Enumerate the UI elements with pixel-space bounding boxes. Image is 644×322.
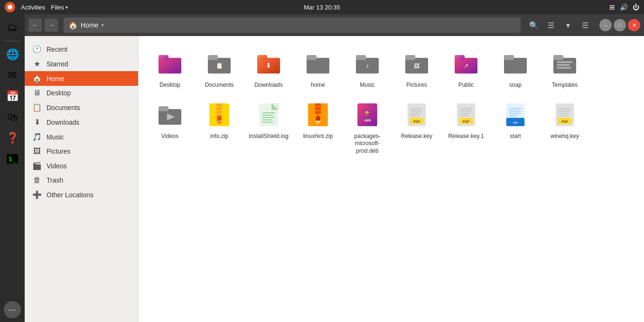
titlebar-actions: 🔍 ☰ ▾ ☰ xyxy=(526,18,593,32)
back-icon: ← xyxy=(32,21,38,29)
hamburger-menu-button[interactable]: ☰ xyxy=(578,18,593,32)
content-area: 🕐 Recent ★ Starred 🏠 Home 🖥 Desktop 📋 xyxy=(25,36,644,322)
folder-videos-icon xyxy=(155,100,185,130)
files-menu-chevron: ▾ xyxy=(65,5,68,10)
close-button[interactable]: ✕ xyxy=(628,19,640,31)
svg-text:↗: ↗ xyxy=(464,63,468,69)
forward-button[interactable]: → xyxy=(45,18,58,32)
svg-text:🖼: 🖼 xyxy=(414,63,420,69)
sidebar-item-videos[interactable]: 🎬 Videos xyxy=(25,158,138,173)
sidebar-item-music[interactable]: 🎵 Music xyxy=(25,129,138,144)
file-item-snap[interactable]: snap xyxy=(492,44,539,93)
downloads-icon: ⬇ xyxy=(32,118,42,127)
file-item-downloads[interactable]: ⬇ Downloads xyxy=(245,44,292,93)
home-nav-icon: 🏠 xyxy=(32,74,42,83)
svg-rect-23 xyxy=(557,62,573,63)
file-name-packages-deb: packages-microsoft-prod.deb xyxy=(346,133,388,155)
network-icon[interactable]: ⊞ xyxy=(609,3,615,11)
file-item-release-key-1[interactable]: PGP Release.key.1 xyxy=(442,95,490,159)
file-name-info-zip: info.zip xyxy=(210,133,228,140)
dock-item-calendar[interactable]: 📅 xyxy=(3,87,22,106)
folder-documents-icon: 📋 xyxy=(204,48,234,79)
dock-email-icon: ✉ xyxy=(8,69,17,82)
view-dropdown-button[interactable]: ▾ xyxy=(560,18,576,32)
svg-text:ZIP: ZIP xyxy=(316,120,321,123)
datetime: Mar 13 20:35 xyxy=(304,4,340,11)
file-item-documents[interactable]: 📋 Documents xyxy=(196,44,243,93)
files-menu[interactable]: Files ▾ xyxy=(51,4,67,11)
file-name-release-key: Release.key xyxy=(401,133,432,140)
log-file-icon xyxy=(253,100,284,130)
file-item-pictures[interactable]: 🖼 Pictures xyxy=(393,44,440,93)
sidebar-item-downloads[interactable]: ⬇ Downloads xyxy=(25,115,138,129)
dock-item-terminal[interactable]: $_ xyxy=(3,149,22,168)
dock: 🗂 🌐 ✉ 📅 🛍 ❓ $_ ⋯ xyxy=(0,14,25,322)
file-name-home: home xyxy=(311,82,325,89)
sidebar-item-documents[interactable]: 📋 Documents xyxy=(25,100,138,115)
file-item-desktop[interactable]: Desktop xyxy=(146,44,194,93)
file-name-release-key-1: Release.key.1 xyxy=(448,133,484,140)
search-button[interactable]: 🔍 xyxy=(526,18,541,32)
zip-orange-icon: ZIP xyxy=(303,100,333,130)
file-item-winehq-key[interactable]: PGP winehq.key xyxy=(541,95,588,159)
sound-icon[interactable]: 🔊 xyxy=(620,3,628,11)
sidebar-item-pictures[interactable]: 🖼 Pictures xyxy=(25,144,138,158)
file-item-installshield-log[interactable]: InstallShield.log xyxy=(245,95,292,159)
dock-separator xyxy=(5,41,19,41)
file-item-packages-deb[interactable]: 📦 .deb packages-microsoft-prod.deb xyxy=(344,95,391,159)
folder-pictures-icon: 🖼 xyxy=(401,48,432,79)
back-button[interactable]: ← xyxy=(28,18,42,32)
sidebar-item-desktop[interactable]: 🖥 Desktop xyxy=(25,86,138,100)
dock-item-software[interactable]: 🛍 xyxy=(3,108,22,127)
file-item-info-zip[interactable]: ZIP info.zip xyxy=(196,95,243,159)
dock-item-files[interactable]: 🗂 xyxy=(3,18,22,37)
dock-item-browser[interactable]: 🌐 xyxy=(3,45,22,64)
system-bar: Activities Files ▾ Mar 13 20:35 ⊞ 🔊 ⏻ xyxy=(0,0,644,14)
trash-icon: 🗑 xyxy=(32,176,42,184)
sidebar-item-home[interactable]: 🏠 Home xyxy=(25,71,138,86)
pgp-key-icon: PGP xyxy=(401,100,432,130)
svg-rect-46 xyxy=(315,107,321,110)
sidebar: 🕐 Recent ★ Starred 🏠 Home 🖥 Desktop 📋 xyxy=(25,36,139,322)
file-item-release-key[interactable]: PGP Release.key xyxy=(393,95,440,159)
file-item-music[interactable]: ♪ Music xyxy=(344,44,391,93)
file-item-public[interactable]: ↗ Public xyxy=(442,44,490,93)
dock-browser-icon: 🌐 xyxy=(6,48,19,61)
dock-item-help[interactable]: ❓ xyxy=(3,129,22,147)
sidebar-label-desktop: Desktop xyxy=(47,89,71,97)
svg-rect-24 xyxy=(557,64,570,66)
svg-rect-17 xyxy=(455,55,465,60)
file-item-start[interactable]: </> start xyxy=(492,95,539,159)
path-bar[interactable]: 🏠 Home ▾ xyxy=(64,18,521,33)
file-item-home[interactable]: home xyxy=(294,44,342,93)
view-mode-button[interactable]: ☰ xyxy=(543,18,559,32)
ubuntu-logo[interactable] xyxy=(5,2,15,12)
dock-apps-icon: ⋯ xyxy=(9,305,16,314)
titlebar: ← → 🏠 Home ▾ 🔍 ☰ ▾ ☰ – xyxy=(25,14,644,36)
sidebar-item-starred[interactable]: ★ Starred xyxy=(25,56,138,71)
dock-item-email[interactable]: ✉ xyxy=(3,66,22,85)
view-dropdown-icon: ▾ xyxy=(566,21,570,30)
svg-rect-6 xyxy=(257,55,267,60)
file-item-linuxhint-zip[interactable]: ZIP linuxhint.zip xyxy=(294,95,342,159)
desktop-icon: 🖥 xyxy=(32,89,42,97)
view-list-icon: ☰ xyxy=(548,21,554,30)
other-locations-icon: ➕ xyxy=(32,190,42,199)
svg-rect-25 xyxy=(557,67,571,69)
dock-apps-button[interactable]: ⋯ xyxy=(4,301,21,318)
folder-downloads-icon: ⬇ xyxy=(253,48,284,79)
svg-text:📦: 📦 xyxy=(365,110,370,116)
sidebar-label-music: Music xyxy=(47,133,64,141)
activities-label[interactable]: Activities xyxy=(21,4,45,11)
sidebar-item-trash[interactable]: 🗑 Trash xyxy=(25,173,138,187)
sidebar-item-recent[interactable]: 🕐 Recent xyxy=(25,42,138,56)
file-name-linuxhint-zip: linuxhint.zip xyxy=(303,133,333,140)
svg-rect-30 xyxy=(216,103,223,106)
maximize-button[interactable]: □ xyxy=(614,19,626,31)
file-item-videos[interactable]: Videos xyxy=(146,95,194,159)
sidebar-item-other-locations[interactable]: ➕ Other Locations xyxy=(25,187,138,202)
power-icon[interactable]: ⏻ xyxy=(633,3,639,11)
svg-rect-3 xyxy=(208,55,218,60)
minimize-button[interactable]: – xyxy=(599,19,612,31)
file-item-templates[interactable]: Templates xyxy=(541,44,588,93)
